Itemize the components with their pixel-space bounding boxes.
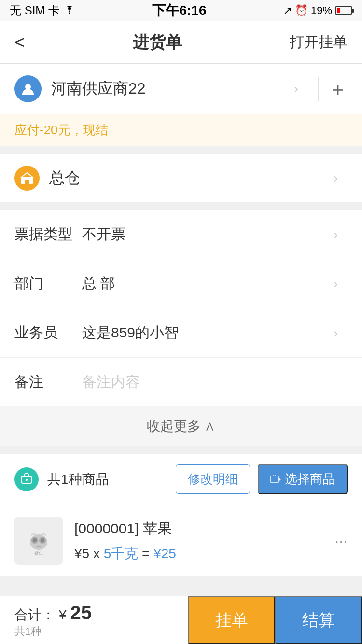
products-icon: [14, 467, 39, 491]
total-area: 合计： ¥ 25 共1种: [0, 596, 188, 644]
price-qty: 5千克: [104, 546, 139, 561]
status-bar: 无 SIM 卡 下午6:16 ↗ ⏰ 19%: [0, 0, 362, 21]
price-equals: =: [142, 546, 150, 561]
page-title: 进货单: [133, 31, 182, 54]
dept-chevron-icon: ›: [334, 276, 338, 292]
alarm-icon: ⏰: [295, 4, 308, 17]
supplier-name: 河南供应商22: [51, 78, 294, 99]
dept-value: 总 部: [77, 274, 334, 294]
product-thumbnail: 壁仁: [14, 517, 63, 565]
sales-chevron-icon: ›: [334, 325, 338, 341]
total-currency: ¥: [59, 607, 67, 623]
dept-row[interactable]: 部门 总 部 ›: [0, 259, 362, 308]
collapse-row[interactable]: 收起更多 ∧: [0, 406, 362, 446]
status-time: 下午6:16: [152, 1, 206, 20]
supplier-row[interactable]: 河南供应商22 › ＋: [0, 64, 362, 114]
product-info: [0000001] 苹果 ¥5 x 5千克 = ¥25: [74, 519, 323, 563]
checkout-button[interactable]: 结算: [275, 596, 362, 644]
svg-point-12: [41, 538, 44, 542]
warehouse-section: 总仓 ›: [0, 154, 362, 202]
battery-icon: [335, 6, 352, 15]
divider: [318, 77, 319, 101]
open-pending-button[interactable]: 打开挂单: [290, 32, 348, 52]
remark-label: 备注: [14, 372, 77, 392]
warehouse-chevron-icon: ›: [334, 170, 338, 186]
invoice-value: 不开票: [77, 224, 334, 244]
product-more-button[interactable]: ···: [334, 532, 348, 550]
sales-value: 这是859的小智: [77, 323, 334, 343]
svg-point-11: [33, 538, 37, 542]
products-count: 共1种商品: [47, 470, 176, 489]
warehouse-name: 总仓: [49, 168, 334, 189]
notice-bar: 应付-20元，现结: [0, 114, 362, 146]
status-right: ↗ ⏰ 19%: [283, 4, 352, 17]
form-section: 票据类型 不开票 › 部门 总 部 › 业务员 这是859的小智 › 备注 备注…: [0, 210, 362, 406]
supplier-chevron-icon: ›: [294, 81, 298, 97]
price-unit: ¥5: [74, 546, 89, 561]
hang-order-button[interactable]: 挂单: [188, 596, 275, 644]
sales-label: 业务员: [14, 323, 77, 343]
price-total: ¥25: [153, 546, 176, 561]
warehouse-icon: [14, 166, 40, 191]
select-product-button[interactable]: 选择商品: [258, 464, 348, 494]
svg-rect-3: [25, 180, 29, 184]
products-header: 共1种商品 修改明细 选择商品: [0, 454, 362, 504]
modify-detail-button[interactable]: 修改明细: [176, 464, 250, 494]
price-multiply-sign: x: [93, 546, 100, 561]
location-icon: ↗: [283, 4, 292, 17]
remark-input[interactable]: 备注内容: [77, 372, 348, 392]
invoice-row[interactable]: 票据类型 不开票 ›: [0, 210, 362, 259]
remark-row[interactable]: 备注 备注内容: [0, 358, 362, 406]
total-amount: 25: [70, 602, 92, 624]
wifi-icon: [64, 4, 75, 17]
svg-rect-6: [271, 476, 278, 483]
svg-point-5: [26, 479, 28, 481]
product-item: 壁仁 [0000001] 苹果 ¥5 x 5千克 = ¥25 ···: [0, 505, 362, 576]
warehouse-row[interactable]: 总仓 ›: [0, 154, 362, 202]
notice-text: 应付-20元，现结: [14, 123, 108, 137]
products-section: 共1种商品 修改明细 选择商品 壁仁: [0, 454, 362, 576]
supplier-avatar: [14, 75, 42, 102]
product-price: ¥5 x 5千克 = ¥25: [74, 545, 323, 563]
svg-text:壁仁: 壁仁: [34, 551, 43, 556]
product-name: [0000001] 苹果: [74, 519, 323, 539]
invoice-chevron-icon: ›: [334, 227, 338, 242]
invoice-label: 票据类型: [14, 224, 77, 244]
add-supplier-button[interactable]: ＋: [328, 76, 348, 102]
back-button[interactable]: <: [14, 32, 25, 53]
status-left: 无 SIM 卡: [10, 3, 75, 18]
select-product-label: 选择商品: [285, 471, 335, 488]
dept-label: 部门: [14, 274, 77, 294]
total-sub: 共1种: [14, 624, 174, 639]
supplier-section: 河南供应商22 › ＋ 应付-20元，现结: [0, 64, 362, 146]
battery-percent: 19%: [311, 4, 332, 17]
total-label: 合计：: [14, 606, 55, 624]
carrier-text: 无 SIM 卡: [10, 3, 60, 18]
collapse-label: 收起更多 ∧: [147, 417, 216, 435]
bottom-bar: 合计： ¥ 25 共1种 挂单 结算: [0, 596, 362, 644]
sales-row[interactable]: 业务员 这是859的小智 ›: [0, 308, 362, 358]
nav-bar: < 进货单 打开挂单: [0, 21, 362, 64]
svg-point-0: [69, 13, 70, 14]
